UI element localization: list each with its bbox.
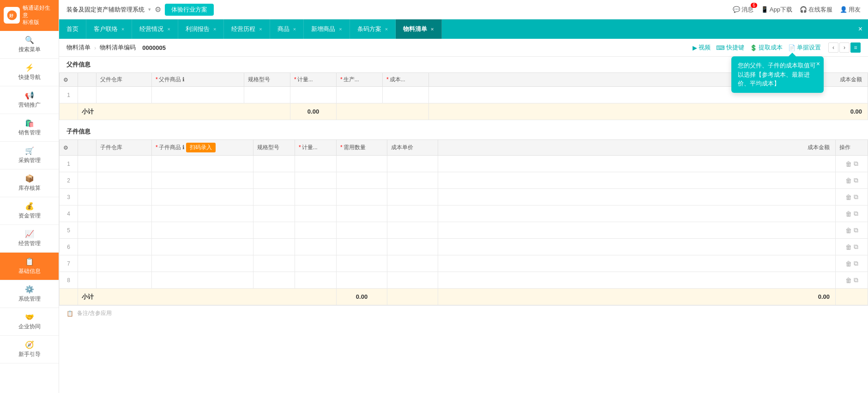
child-qty-input-2[interactable] <box>337 172 387 188</box>
child-goods-input-5[interactable] <box>152 222 253 238</box>
parent-spec-input[interactable] <box>244 87 290 103</box>
child-qty-input-6[interactable] <box>337 239 387 255</box>
child-spec-input-2[interactable] <box>253 172 295 188</box>
child-qty-cell[interactable] <box>337 172 387 189</box>
copy-icon-1[interactable]: ⧉ <box>854 160 858 168</box>
tab-operations-close[interactable]: × <box>167 26 170 32</box>
copy-icon-8[interactable]: ⧉ <box>854 276 858 284</box>
child-unit-cell[interactable] <box>295 239 337 255</box>
child-spec-input-4[interactable] <box>253 206 295 222</box>
child-unit-cell[interactable] <box>295 156 337 172</box>
child-goods-input-6[interactable] <box>152 239 253 255</box>
child-unit-input-3[interactable] <box>295 189 336 205</box>
tab-bom[interactable]: 物料清单 × <box>396 19 441 39</box>
parent-unit-cell[interactable] <box>290 87 337 103</box>
child-qty-cell[interactable] <box>337 222 387 239</box>
tab-newgoods[interactable]: 新增商品 × <box>304 19 350 39</box>
child-unit-cell[interactable] <box>295 222 337 239</box>
child-goods-input-4[interactable] <box>152 206 253 222</box>
child-unit-input-7[interactable] <box>295 255 336 272</box>
nav-end-close[interactable]: × <box>853 25 868 33</box>
child-spec-cell[interactable] <box>253 156 295 172</box>
child-warehouse-input-1[interactable] <box>96 156 151 172</box>
child-cost-unit-cell[interactable] <box>387 255 438 272</box>
tooltip-close-btn[interactable]: × <box>816 59 820 69</box>
list-view-btn[interactable]: ≡ <box>850 42 861 53</box>
child-warehouse-cell[interactable] <box>96 239 152 255</box>
child-unit-input-5[interactable] <box>295 222 336 238</box>
child-warehouse-cell[interactable] <box>96 189 152 206</box>
child-warehouse-input-8[interactable] <box>96 272 151 288</box>
child-unit-input-2[interactable] <box>295 172 336 188</box>
child-qty-input-5[interactable] <box>337 222 387 238</box>
tab-customers[interactable]: 客户联络 × <box>86 19 132 39</box>
parent-warehouse-input[interactable] <box>96 87 151 103</box>
tab-operations[interactable]: 经营情况 × <box>132 19 178 39</box>
child-goods-cell[interactable] <box>152 239 253 255</box>
copy-icon-6[interactable]: ⧉ <box>854 243 858 251</box>
tab-barcode-close[interactable]: × <box>385 26 388 32</box>
child-goods-cell[interactable] <box>152 222 253 239</box>
child-goods-input-3[interactable] <box>152 189 253 205</box>
app-download-link[interactable]: 📱 App下载 <box>761 6 792 14</box>
child-costunit-input-3[interactable] <box>387 189 438 205</box>
sidebar-item-enterprise[interactable]: 🤝 企业协同 <box>0 308 59 336</box>
child-costunit-input-8[interactable] <box>387 272 438 288</box>
scan-button[interactable]: 扫码录入 <box>186 143 216 152</box>
parent-production-input[interactable] <box>337 87 382 103</box>
shortcut-btn[interactable]: ⌨ 快捷键 <box>716 43 744 52</box>
child-costunit-input-1[interactable] <box>387 156 438 172</box>
child-warehouse-cell[interactable] <box>96 156 152 172</box>
user-link[interactable]: 👤 用友 <box>840 6 861 14</box>
child-goods-cell[interactable] <box>152 206 253 222</box>
tab-history[interactable]: 经营历程 × <box>224 19 270 39</box>
child-goods-input-2[interactable] <box>152 172 253 188</box>
video-btn[interactable]: ▶ 视频 <box>693 43 711 52</box>
delete-icon-8[interactable]: 🗑 <box>845 277 852 284</box>
tab-goods[interactable]: 商品 × <box>270 19 304 39</box>
copy-icon-4[interactable]: ⧉ <box>854 210 858 218</box>
child-unit-cell[interactable] <box>295 172 337 189</box>
child-costunit-input-5[interactable] <box>387 222 438 238</box>
child-spec-cell[interactable] <box>253 172 295 189</box>
sidebar-item-purchase[interactable]: 🛒 采购管理 <box>0 142 59 169</box>
extract-cost-btn[interactable]: 💲 提取成本 <box>750 43 783 52</box>
tab-profit[interactable]: 利润报告 × <box>178 19 224 39</box>
child-cost-unit-cell[interactable] <box>387 239 438 255</box>
child-unit-input-8[interactable] <box>295 272 336 288</box>
sidebar-item-search[interactable]: 🔍 搜索菜单 <box>0 31 59 59</box>
child-warehouse-input-2[interactable] <box>96 172 151 188</box>
trial-button[interactable]: 体验行业方案 <box>165 4 214 16</box>
child-warehouse-input-4[interactable] <box>96 206 151 222</box>
child-unit-input-1[interactable] <box>295 156 336 172</box>
breadcrumb-bom[interactable]: 物料清单 <box>66 43 90 52</box>
parent-cost-cell[interactable] <box>383 87 429 103</box>
child-goods-cell[interactable] <box>152 255 253 272</box>
sidebar-item-finance[interactable]: 💰 资金管理 <box>0 197 59 225</box>
parent-cost-input[interactable] <box>383 87 428 103</box>
child-spec-cell[interactable] <box>253 239 295 255</box>
child-goods-input-8[interactable] <box>152 272 253 288</box>
child-cost-unit-cell[interactable] <box>387 222 438 239</box>
child-qty-cell[interactable] <box>337 189 387 206</box>
child-spec-cell[interactable] <box>253 272 295 289</box>
sidebar-item-system[interactable]: ⚙️ 系统管理 <box>0 280 59 308</box>
child-warehouse-cell[interactable] <box>96 222 152 239</box>
child-spec-input-6[interactable] <box>253 239 295 255</box>
child-unit-cell[interactable] <box>295 206 337 222</box>
child-spec-input-1[interactable] <box>253 156 295 172</box>
sidebar-item-quicknav[interactable]: ⚡ 快捷导航 <box>0 59 59 86</box>
delete-icon-1[interactable]: 🗑 <box>845 160 852 168</box>
child-unit-cell[interactable] <box>295 189 337 206</box>
copy-icon-7[interactable]: ⧉ <box>854 260 858 267</box>
child-goods-cell[interactable] <box>152 272 253 289</box>
sidebar-logo[interactable]: 好 畅通诺好生意 标准版 <box>0 0 59 31</box>
settings-icon[interactable]: ⚙ <box>155 5 161 14</box>
message-link[interactable]: 💬 消息 6 <box>733 6 753 14</box>
sidebar-item-inventory[interactable]: 📦 库存核算 <box>0 169 59 197</box>
child-spec-cell[interactable] <box>253 255 295 272</box>
parent-col-settings[interactable]: ⚙ <box>60 73 78 87</box>
tab-customers-close[interactable]: × <box>121 26 124 32</box>
parent-unit-input[interactable] <box>290 87 336 103</box>
tab-goods-close[interactable]: × <box>293 26 296 32</box>
